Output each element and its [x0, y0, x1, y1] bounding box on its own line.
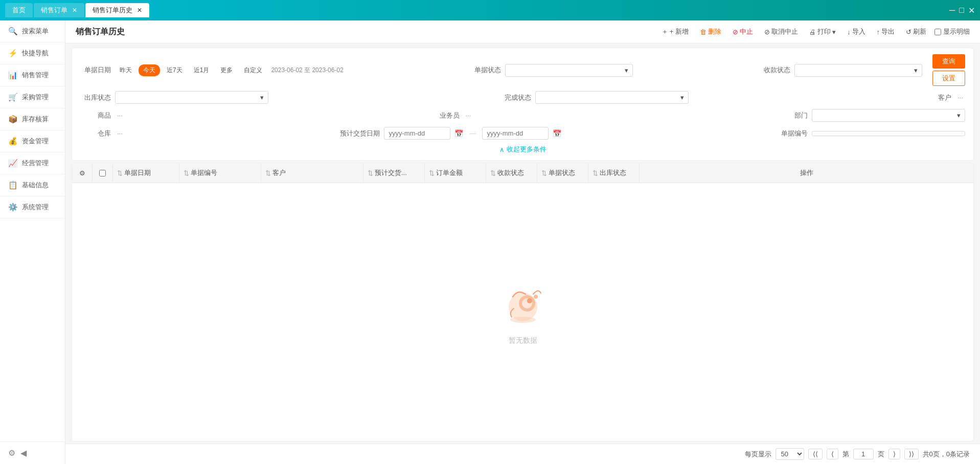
th-date-sort-icon[interactable]: ⇅	[117, 169, 123, 177]
delivery-date-label: 预计交货日期	[340, 129, 380, 138]
customer-label: 客户	[921, 93, 951, 102]
sidebar-item-search-menu[interactable]: 🔍 搜索菜单	[0, 20, 65, 42]
order-number-input[interactable]	[812, 131, 965, 136]
sidebar-item-basic-info[interactable]: 📋 基础信息	[0, 174, 65, 196]
th-receipt-sort-icon[interactable]: ⇅	[490, 169, 496, 177]
th-check[interactable]	[93, 165, 113, 182]
show-detail-checkbox-area[interactable]: 显示明细	[935, 27, 970, 36]
first-page-button[interactable]: ⟨⟨	[808, 449, 823, 459]
prev-page-button[interactable]: ⟨	[827, 449, 838, 459]
date-btn-yesterday[interactable]: 昨天	[115, 64, 136, 76]
main-layout: 🔍 搜索菜单 ⚡ 快捷导航 📊 销售管理 🛒 采购管理 📦 库存核算 💰 资金管…	[0, 20, 980, 464]
sidebar-collapse-icon[interactable]: ◀	[20, 448, 27, 458]
delete-button[interactable]: 🗑 删除	[697, 26, 724, 38]
tab-home[interactable]: 首页	[5, 3, 33, 17]
date-btn-today[interactable]: 今天	[139, 64, 160, 76]
date-btn-7days[interactable]: 近7天	[162, 64, 187, 76]
sales-mgmt-icon: 📊	[8, 71, 18, 80]
delivery-date-separator: —	[469, 129, 476, 137]
next-page-button[interactable]: ⟩	[888, 449, 900, 459]
receipt-status-dropdown-icon: ▾	[914, 67, 918, 74]
th-amount-sort-icon[interactable]: ⇅	[429, 169, 435, 177]
goods-label: 商品	[80, 111, 111, 120]
table-header: ⚙ ⇅ 单据日期 ⇅ 单据编号 ⇅ 客户 ⇅	[72, 163, 973, 183]
import-icon: ↓	[847, 28, 851, 36]
tab-home-label: 首页	[12, 6, 26, 15]
date-btn-custom[interactable]: 自定义	[239, 64, 267, 76]
out-status-label: 出库状态	[80, 93, 111, 102]
print-dropdown-icon: ▾	[832, 28, 836, 36]
per-page-select[interactable]: 50 10 20 100	[776, 448, 804, 460]
date-quick-buttons: 昨天 今天 近7天 近1月 更多 自定义	[115, 64, 267, 76]
th-status-sort-icon[interactable]: ⇅	[541, 169, 547, 177]
th-receipt-status: ⇅ 收款状态	[486, 163, 537, 183]
sidebar-item-system-mgmt[interactable]: ⚙️ 系统管理	[0, 196, 65, 218]
last-page-button[interactable]: ⟩⟩	[904, 449, 919, 459]
order-status-select[interactable]: ▾	[505, 64, 633, 77]
customer-picker[interactable]: ···	[958, 94, 963, 101]
date-btn-more[interactable]: 更多	[216, 64, 237, 76]
window-max-icon[interactable]: □	[959, 6, 964, 15]
order-status-label: 单据状态	[470, 65, 501, 75]
new-button[interactable]: ＋ + 新增	[658, 26, 692, 38]
delivery-end-input[interactable]	[482, 127, 549, 140]
tab-sales-order-close[interactable]: ✕	[72, 7, 77, 14]
refresh-button[interactable]: ↺ 刷新	[903, 26, 929, 38]
query-button-main[interactable]: 查询	[932, 54, 965, 69]
sidebar-item-capital-mgmt[interactable]: 💰 资金管理	[0, 130, 65, 152]
cancel-stop-button[interactable]: ⊘ 取消中止	[761, 26, 801, 38]
settings-gear-icon: ⚙	[79, 169, 85, 177]
tab-sales-order-history[interactable]: 销售订单历史 ✕	[85, 3, 149, 17]
department-select[interactable]: ▾	[812, 109, 965, 122]
import-button[interactable]: ↓ 导入	[844, 26, 869, 38]
svg-point-4	[527, 298, 532, 303]
print-button[interactable]: 🖨 打印 ▾	[806, 26, 839, 38]
svg-point-5	[534, 295, 538, 299]
th-warehouse-sort-icon[interactable]: ⇅	[592, 169, 598, 177]
th-delivery-label: 预计交货...	[375, 168, 407, 178]
th-order: ⇅ 单据编号	[179, 163, 261, 183]
quick-nav-icon: ⚡	[8, 49, 18, 58]
empty-illustration	[497, 279, 549, 330]
th-customer-sort-icon[interactable]: ⇅	[265, 169, 271, 177]
stop-button[interactable]: ⊘ 中止	[730, 26, 756, 38]
page-label: 页	[878, 450, 884, 459]
window-close-icon[interactable]: ✕	[968, 6, 975, 15]
th-delivery-sort-icon[interactable]: ⇅	[368, 169, 373, 177]
sidebar-item-quick-nav[interactable]: ⚡ 快捷导航	[0, 42, 65, 64]
date-btn-1month[interactable]: 近1月	[189, 64, 214, 76]
sidebar-item-operations[interactable]: 📈 经营管理	[0, 152, 65, 174]
query-settings-group: 查询设置	[932, 54, 965, 86]
warehouse-picker[interactable]: ···	[117, 129, 123, 137]
order-status-dropdown-icon: ▾	[625, 67, 628, 74]
tab-sales-order-label: 销售订单	[41, 6, 67, 15]
th-amount: ⇅ 订单金额	[425, 163, 486, 183]
delivery-start-input[interactable]	[384, 127, 450, 140]
goods-picker[interactable]: ···	[117, 112, 123, 119]
sidebar-item-purchase-mgmt[interactable]: 🛒 采购管理	[0, 86, 65, 108]
window-min-icon[interactable]: ─	[949, 6, 955, 15]
refresh-icon: ↺	[906, 28, 911, 36]
show-detail-checkbox[interactable]	[935, 29, 941, 35]
th-order-sort-icon[interactable]: ⇅	[184, 169, 189, 177]
sidebar-item-inventory[interactable]: 📦 库存核算	[0, 108, 65, 130]
out-status-select[interactable]: ▾	[115, 91, 268, 104]
th-settings[interactable]: ⚙	[72, 164, 93, 182]
import-label: 导入	[852, 27, 865, 36]
delivery-calendar-start-icon[interactable]: 📅	[454, 129, 463, 138]
receipt-status-select[interactable]: ▾	[794, 64, 922, 77]
filter-area: 单据日期 昨天 今天 近7天 近1月 更多 自定义 2023-06-02 至 2…	[72, 48, 974, 161]
department-label: 部门	[777, 111, 808, 120]
sidebar-item-sales-mgmt[interactable]: 📊 销售管理	[0, 64, 65, 86]
salesperson-picker[interactable]: ···	[466, 112, 471, 119]
select-all-checkbox[interactable]	[99, 170, 106, 176]
export-button[interactable]: ↑ 导出	[874, 26, 898, 38]
collapse-row[interactable]: ∧ 收起更多条件	[80, 145, 965, 154]
sidebar-settings-icon[interactable]: ⚙	[8, 448, 15, 458]
tab-sales-order-history-close[interactable]: ✕	[137, 7, 142, 14]
delivery-calendar-end-icon[interactable]: 📅	[553, 129, 561, 138]
tab-sales-order[interactable]: 销售订单 ✕	[34, 3, 84, 17]
complete-status-select[interactable]: ▾	[535, 91, 689, 104]
page-number-input[interactable]	[853, 449, 874, 459]
settings-button-main[interactable]: 设置	[932, 71, 965, 86]
